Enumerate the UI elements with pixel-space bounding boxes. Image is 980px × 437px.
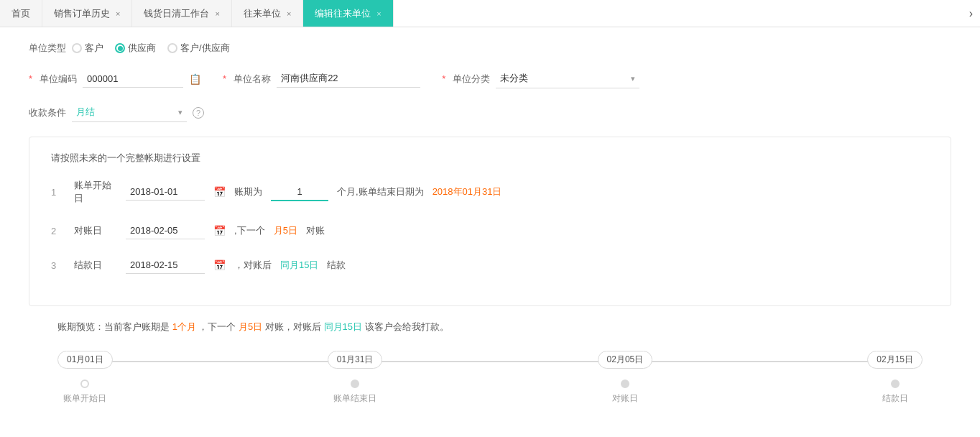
period-row-1: 1 账单开始日 📅 账期为 个月,账单结束日期为 2018年01月31日 [51, 179, 929, 205]
unit-name-field: * 单位名称 [223, 70, 420, 88]
timeline-points: 01月01日 账单开始日 01月31日 账单结束日 02月05日 对账日 02月… [57, 351, 923, 405]
close-tab-partner[interactable]: × [287, 9, 291, 18]
unit-category-required-star: * [442, 73, 445, 84]
payment-term-label: 收款条件 [29, 106, 66, 119]
unit-code-calendar-icon[interactable]: 📋 [189, 73, 201, 85]
period-row-3-desc2: 结款 [327, 259, 346, 272]
unit-category-label: 单位分类 [453, 73, 490, 86]
close-tab-sales-history[interactable]: × [116, 9, 120, 18]
preview-months: 1个月 [172, 321, 196, 332]
close-tab-edit-partner[interactable]: × [376, 9, 381, 18]
timeline-dot-4 [891, 380, 900, 388]
timeline-badge-1: 01月01日 [57, 351, 113, 369]
timeline-container: 01月01日 账单开始日 01月31日 账单结束日 02月05日 对账日 02月… [29, 351, 951, 405]
period-end-date-highlight: 2018年01月31日 [433, 185, 502, 198]
period-row-3-num: 3 [51, 260, 65, 271]
period-row-1-desc-suffix: 个月,账单结束日期为 [337, 185, 424, 198]
period-months-input[interactable] [271, 183, 328, 201]
period-start-date-calendar-icon[interactable]: 📅 [213, 186, 226, 198]
preview-end: 该客户会给我打款。 [365, 321, 449, 332]
payment-term-dropdown[interactable]: 月结 ▾ [72, 103, 187, 122]
timeline-sublabel-2: 账单结束日 [333, 392, 376, 405]
period-box-title: 请按照未来的一个完整帐期进行设置 [51, 152, 929, 165]
unit-info-row: * 单位编码 📋 * 单位名称 * 单位分类 未分类 ▾ [29, 69, 951, 88]
tab-cash-work[interactable]: 钱货日清工作台 × [132, 0, 231, 27]
timeline-point-1: 01月01日 账单开始日 [57, 351, 113, 405]
period-row-2-highlight: 月5日 [274, 224, 297, 237]
unit-type-label: 单位类型 [29, 42, 66, 55]
unit-name-required-star: * [223, 73, 226, 84]
unit-type-field: 单位类型 客户 供应商 客户/供应商 [29, 42, 230, 55]
unit-category-field: * 单位分类 未分类 ▾ [442, 69, 639, 88]
radio-both[interactable]: 客户/供应商 [167, 42, 230, 55]
period-settings-box: 请按照未来的一个完整帐期进行设置 1 账单开始日 📅 账期为 个月,账单结束日期… [29, 137, 951, 306]
period-row-2-desc: ,下一个 [234, 224, 265, 237]
timeline-point-4: 02月15日 结款日 [867, 351, 923, 405]
period-reconcile-calendar-icon[interactable]: 📅 [213, 225, 226, 236]
timeline-dot-1 [80, 380, 89, 388]
period-row-3-label: 结款日 [74, 259, 117, 272]
period-row-3-desc: ，对账后 [234, 259, 272, 272]
unit-category-dropdown[interactable]: 未分类 ▾ [496, 69, 639, 88]
unit-type-radio-group: 客户 供应商 客户/供应商 [72, 42, 230, 55]
unit-code-required-star: * [29, 73, 32, 84]
preview-payment-day: 同月15日 [324, 321, 362, 332]
payment-term-field: 收款条件 月结 ▾ ? [29, 103, 204, 122]
unit-code-label: 单位编码 [40, 73, 77, 86]
period-row-1-label: 账单开始日 [74, 179, 117, 205]
main-content: 单位类型 客户 供应商 客户/供应商 * 单位编码 [0, 27, 980, 437]
payment-term-value: 月结 [76, 106, 178, 119]
tab-edit-partner[interactable]: 编辑往来单位 × [303, 0, 393, 27]
timeline-sublabel-3: 对账日 [612, 392, 638, 405]
timeline-badge-3: 02月05日 [598, 351, 653, 369]
period-row-3-highlight: 同月15日 [280, 259, 318, 272]
radio-circle-customer [72, 43, 82, 53]
period-row-1-num: 1 [51, 187, 65, 198]
period-row-2-num: 2 [51, 226, 65, 236]
timeline-point-2: 01月31日 账单结束日 [328, 351, 383, 405]
tab-sales-history[interactable]: 销售订单历史 × [42, 0, 132, 27]
preview-section: 账期预览：当前客户账期是 1个月 ，下一个 月5日 对账，对账后 同月15日 该… [29, 321, 951, 334]
period-row-1-desc-prefix: 账期为 [234, 185, 262, 198]
preview-reconcile-day: 月5日 [239, 321, 262, 332]
period-start-date-input[interactable] [126, 183, 205, 201]
unit-category-value: 未分类 [500, 72, 631, 85]
timeline-point-3: 02月05日 对账日 [598, 351, 653, 405]
tab-partner[interactable]: 往来单位 × [232, 0, 303, 27]
tab-more-button[interactable]: › [962, 0, 980, 27]
payment-term-row: 收款条件 月结 ▾ ? [29, 103, 951, 122]
period-row-2-desc2: 对账 [306, 224, 325, 237]
preview-mid1: ，下一个 [198, 321, 236, 332]
unit-type-row: 单位类型 客户 供应商 客户/供应商 [29, 42, 951, 55]
period-row-2: 2 对账日 📅 ,下一个 月5日 对账 [51, 222, 929, 239]
period-row-2-label: 对账日 [74, 224, 117, 237]
timeline-badge-4: 02月15日 [867, 351, 923, 369]
tab-bar: 首页 销售订单历史 × 钱货日清工作台 × 往来单位 × 编辑往来单位 × › [0, 0, 980, 27]
radio-circle-both [167, 43, 177, 53]
unit-name-input[interactable] [277, 70, 420, 88]
radio-circle-supplier [115, 43, 125, 53]
tab-home[interactable]: 首页 [0, 0, 42, 27]
radio-supplier[interactable]: 供应商 [115, 42, 156, 55]
unit-code-field: * 单位编码 📋 [29, 70, 201, 88]
period-row-3: 3 结款日 📅 ，对账后 同月15日 结款 [51, 257, 929, 274]
close-tab-cash-work[interactable]: × [215, 9, 219, 18]
timeline-dot-3 [621, 380, 629, 388]
timeline-dot-2 [351, 380, 359, 388]
timeline-badge-2: 01月31日 [328, 351, 383, 369]
chevron-down-icon: ▾ [631, 74, 635, 83]
preview-label: 账期预览：当前客户账期是 [57, 321, 170, 332]
timeline-sublabel-4: 结款日 [882, 392, 908, 405]
period-payment-calendar-icon[interactable]: 📅 [213, 259, 226, 271]
chevron-down-icon-2: ▾ [178, 108, 182, 117]
preview-mid2: 对账，对账后 [265, 321, 321, 332]
period-payment-date-input[interactable] [126, 257, 205, 274]
timeline-sublabel-1: 账单开始日 [63, 392, 106, 405]
period-reconcile-date-input[interactable] [126, 222, 205, 239]
unit-name-label: 单位名称 [234, 73, 271, 86]
radio-customer[interactable]: 客户 [72, 42, 103, 55]
help-icon[interactable]: ? [193, 107, 204, 119]
unit-code-input[interactable] [83, 70, 183, 88]
